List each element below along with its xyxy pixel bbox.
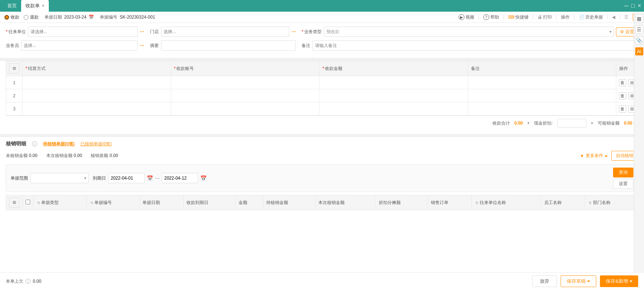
tab-home[interactable]: 首页: [3, 0, 21, 12]
abandon-button[interactable]: 放弃: [532, 275, 557, 287]
settlement-cell-3: [23, 102, 171, 115]
main-content: 收款 退款 单据日期 2023-03-24 📅 单据编号 SK-20230324…: [0, 12, 644, 290]
settings-icon: ⚙: [620, 29, 624, 34]
shortcut-icon: ⌨: [508, 15, 514, 20]
remark-cell-3: [468, 102, 616, 115]
store-more-btn[interactable]: ···: [291, 29, 296, 35]
table-row: 2 🗑 ⊞: [6, 89, 638, 102]
receipt-radio[interactable]: 收款: [4, 14, 19, 20]
select-all-checkbox[interactable]: [25, 200, 30, 204]
account-input-1[interactable]: [171, 76, 319, 89]
receipt-radio-label: 收款: [11, 14, 19, 20]
shortcut-btn[interactable]: ⌨ 快捷键: [508, 14, 529, 20]
prev-icon[interactable]: ◀: [612, 15, 615, 20]
discount-label2: 折扣分摊额: [379, 200, 401, 205]
store-field: 门店 ···: [150, 27, 296, 37]
cal-to-icon[interactable]: 📅: [200, 175, 207, 181]
settlement-input-1[interactable]: [23, 76, 171, 89]
remark-input[interactable]: [313, 40, 638, 51]
last-due-info-icon[interactable]: i: [25, 279, 31, 284]
operation-btn[interactable]: 操作: [561, 14, 570, 20]
table-gear-btn[interactable]: ⚙: [9, 63, 19, 74]
partner-label: 往来单位: [6, 29, 26, 35]
date-to-input[interactable]: [162, 173, 198, 183]
delete-icon-1[interactable]: 🗑: [619, 79, 626, 86]
history-btn[interactable]: 📄 历史单据: [579, 14, 603, 20]
help-icon: ?: [483, 14, 489, 20]
lt-bill-date-header: 单据日期: [140, 195, 184, 210]
staff-more-btn[interactable]: ···: [140, 43, 144, 48]
store-input[interactable]: [161, 27, 289, 37]
pending-tab[interactable]: 待核销单据(0笔): [43, 141, 75, 147]
staff-input[interactable]: [21, 40, 138, 51]
minimize-btn[interactable]: ─: [624, 3, 628, 9]
amount-cell-1: [319, 76, 468, 89]
sort-icon2: ⇅: [90, 201, 93, 205]
sidebar-list-icon[interactable]: ☰: [635, 26, 643, 34]
save-draft-button[interactable]: 保存草稿: [561, 275, 596, 287]
lower-table: ⚙ ⇅ 单据类型 ⇅ 单据编号 单据日期: [6, 195, 638, 210]
last-due-label: 本单上欠: [6, 278, 23, 285]
sidebar-ai-icon[interactable]: Ai: [635, 47, 643, 55]
cal-from-icon[interactable]: 📅: [147, 175, 153, 181]
query-label: 查询: [619, 170, 628, 175]
form-row-2: 业务员 ··· 摘要 备注: [6, 40, 638, 51]
tab-receipt-label: 收款单: [25, 3, 40, 9]
account-input-2[interactable]: [171, 89, 319, 102]
query-button[interactable]: 查询: [613, 168, 633, 177]
sidebar-attachment-icon[interactable]: 📎: [635, 36, 643, 44]
print-btn[interactable]: 🖨 打印: [538, 14, 552, 20]
account-cell-3: [171, 102, 319, 115]
net-label: 可核销金额: [598, 120, 620, 126]
more-conditions-btn[interactable]: ▼ 更多条件: [580, 153, 608, 159]
video-label: 视频: [466, 14, 474, 20]
discount-input[interactable]: [557, 119, 586, 128]
window-close-btn[interactable]: ×: [638, 3, 641, 9]
business-type-select[interactable]: 预收款: [324, 27, 614, 37]
delete-icon-3[interactable]: 🗑: [619, 105, 626, 113]
print-icon: 🖨: [538, 15, 542, 20]
layout-icon[interactable]: ☰: [624, 15, 628, 20]
attachment-icon: 📎: [636, 38, 642, 43]
done-tab[interactable]: 已核销单据(0笔): [80, 141, 112, 147]
partner-field: 往来单位 ···: [6, 27, 144, 37]
amount-input-1[interactable]: [319, 76, 468, 89]
remark-input-3[interactable]: [468, 102, 616, 115]
sidebar-table-icon[interactable]: ▦: [635, 15, 643, 23]
partner-input[interactable]: [28, 27, 138, 37]
calendar-icon[interactable]: 📅: [89, 15, 94, 20]
account-input-3[interactable]: [171, 102, 319, 115]
verify-header: 核销明细 i 待核销单据(0笔) 已核销单据(0笔): [6, 141, 638, 147]
remark-input-1[interactable]: [468, 76, 616, 89]
delete-icon-2[interactable]: 🗑: [619, 92, 626, 99]
verify-section: 核销明细 i 待核销单据(0笔) 已核销单据(0笔) 未核销金额 0.00 本次…: [0, 134, 644, 214]
filter-settings-button[interactable]: 设置: [613, 179, 633, 189]
tab-receipt[interactable]: 收款单 ×: [21, 0, 49, 12]
date-from-input[interactable]: [108, 173, 145, 183]
divider1: [479, 15, 479, 20]
video-btn[interactable]: ▶ 视频: [459, 14, 474, 20]
refund-radio[interactable]: 退款: [24, 14, 39, 20]
remark-field: 备注: [302, 40, 638, 51]
amount-input-2[interactable]: [319, 89, 468, 102]
summary-input[interactable]: [161, 40, 296, 51]
amount-input-3[interactable]: [319, 102, 468, 115]
settlement-input-3[interactable]: [23, 102, 171, 115]
bill-range-select[interactable]: [30, 173, 89, 183]
verify-info-icon[interactable]: i: [32, 141, 37, 146]
row-num-2: 2: [6, 89, 23, 102]
ai-icon: Ai: [637, 48, 641, 54]
maximize-btn[interactable]: □: [631, 3, 635, 9]
bill-number-label: 单据编号: [94, 200, 112, 205]
summary-field: 摘要: [150, 40, 296, 51]
lt-gear-btn[interactable]: ⚙: [9, 197, 19, 208]
remark-input-2[interactable]: [468, 89, 616, 102]
store-label: 门店: [150, 29, 159, 35]
save-new-button[interactable]: 保存&新增: [600, 275, 638, 287]
settlement-input-2[interactable]: [23, 89, 171, 102]
lt-due-date-header: 收款到期日: [183, 195, 235, 210]
lt-checkbox-header: [23, 195, 34, 210]
help-btn[interactable]: ? 帮助: [483, 14, 499, 20]
tab-close-icon[interactable]: ×: [42, 3, 44, 8]
partner-more-btn[interactable]: ···: [140, 29, 144, 35]
